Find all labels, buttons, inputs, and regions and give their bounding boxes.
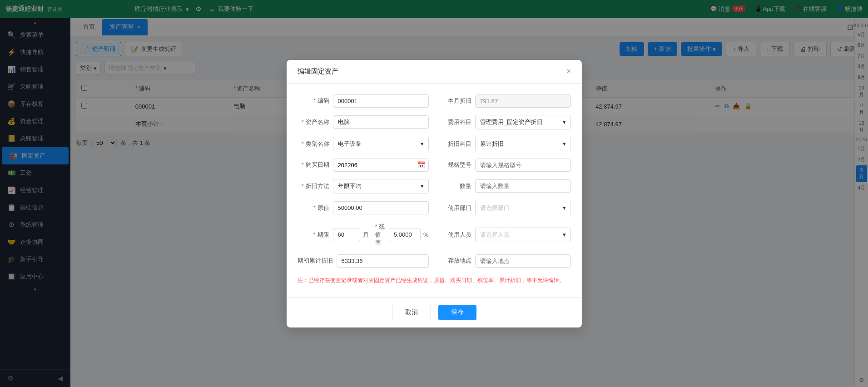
purchase-date-label: 购买日期 <box>298 161 329 169</box>
form-row-purchase-date: 购买日期 📅 <box>298 159 429 172</box>
spec-input[interactable] <box>475 159 571 172</box>
cancel-btn[interactable]: 取消 <box>392 305 431 320</box>
department-label: 使用部门 <box>440 204 471 212</box>
dep-account-select[interactable]: 累计折旧 ▾ <box>475 137 571 151</box>
modal-header: 编辑固定资产 × <box>287 60 582 84</box>
dep-method-select[interactable]: 年限平均 ▾ <box>333 179 429 194</box>
residual-rate-input[interactable] <box>389 228 421 241</box>
expense-account-select[interactable]: 管理费用_固定资产折旧 ▾ <box>475 115 571 129</box>
modal-footer: 取消 保存 <box>287 297 582 327</box>
quantity-label: 数量 <box>440 182 471 190</box>
residual-rate-unit: % <box>423 231 429 238</box>
code-label: 编码 <box>298 97 329 105</box>
monthly-dep-label: 本月折旧 <box>440 97 471 105</box>
modal-close-btn[interactable]: × <box>566 67 570 75</box>
quantity-input[interactable] <box>475 179 571 193</box>
form-row-category: 类别名称 电子设备 ▾ <box>298 137 429 151</box>
original-value-input[interactable] <box>333 201 429 214</box>
chevron-down-icon: ▾ <box>421 140 424 147</box>
asset-name-label: 资产名称 <box>298 118 329 126</box>
form-row-monthly-dep: 本月折旧 <box>440 94 571 108</box>
period-label: 期限 <box>298 231 329 239</box>
original-value-label: 原值 <box>298 204 329 212</box>
form-row-original-value: 原值 <box>298 201 429 215</box>
form-row-quantity: 数量 <box>440 179 571 194</box>
initial-dep-input[interactable] <box>337 254 429 268</box>
form-row-dep-method: 折旧方法 年限平均 ▾ <box>298 179 429 194</box>
period-unit-label: 月 <box>363 231 369 239</box>
chevron-down-icon: ▾ <box>563 204 566 211</box>
asset-name-input[interactable] <box>333 115 429 129</box>
location-input[interactable] <box>475 254 571 268</box>
form-row-user: 使用人员 请选择人员 ▾ <box>440 223 571 247</box>
category-select[interactable]: 电子设备 ▾ <box>333 137 429 151</box>
form-row-period: 期限 月 * 残值率 % <box>298 223 429 247</box>
form-row-department: 使用部门 请选择部门 ▾ <box>440 201 571 215</box>
monthly-dep-input <box>475 94 571 108</box>
spec-label: 规格型号 <box>440 161 471 169</box>
chevron-down-icon: ▾ <box>421 183 424 189</box>
form-row-spec: 规格型号 <box>440 159 571 172</box>
form-row-code: 编码 <box>298 94 429 108</box>
period-input[interactable] <box>333 228 360 241</box>
expense-account-label: 费用科目 <box>440 118 471 126</box>
form-row-asset-name: 资产名称 <box>298 115 429 129</box>
initial-dep-label: 期初累计折旧 <box>298 257 333 265</box>
department-select[interactable]: 请选择部门 ▾ <box>475 201 571 215</box>
residual-rate-label: * 残值率 <box>375 223 386 247</box>
dep-method-label: 折旧方法 <box>298 182 329 190</box>
chevron-down-icon: ▾ <box>563 231 566 238</box>
purchase-date-wrap: 📅 <box>333 159 429 172</box>
form-row-dep-account: 折旧科目 累计折旧 ▾ <box>440 137 571 151</box>
form-row-location: 存放地点 <box>440 254 571 268</box>
purchase-date-input[interactable] <box>333 159 429 172</box>
user-label: 使用人员 <box>440 231 471 239</box>
user-select[interactable]: 请选择人员 ▾ <box>475 228 571 242</box>
modal-title: 编辑固定资产 <box>298 67 338 76</box>
modal-body: 编码 本月折旧 资产名称 费用科目 管理费用_固定资产折旧 ▾ 类别名称 <box>287 84 582 297</box>
save-btn[interactable]: 保存 <box>438 305 476 320</box>
dep-account-label: 折旧科目 <box>440 140 471 148</box>
form-row-expense-account: 费用科目 管理费用_固定资产折旧 ▾ <box>440 115 571 129</box>
period-group: 月 * 残值率 % <box>333 223 429 247</box>
location-label: 存放地点 <box>440 257 471 265</box>
category-label: 类别名称 <box>298 140 329 148</box>
code-input[interactable] <box>333 94 429 108</box>
modal-note: 注：已经存在变更记录或者对应固定资产已经生成凭证，原值、购买日期、残值率、累计折… <box>298 275 571 286</box>
form-row-initial-dep: 期初累计折旧 <box>298 254 429 268</box>
chevron-down-icon: ▾ <box>563 119 566 125</box>
edit-asset-modal: 编辑固定资产 × 编码 本月折旧 资产名称 费用科目 管理费用_固定资产折旧 <box>287 60 582 327</box>
modal-overlay: 编辑固定资产 × 编码 本月折旧 资产名称 费用科目 管理费用_固定资产折旧 <box>0 0 868 387</box>
chevron-down-icon: ▾ <box>563 140 566 147</box>
